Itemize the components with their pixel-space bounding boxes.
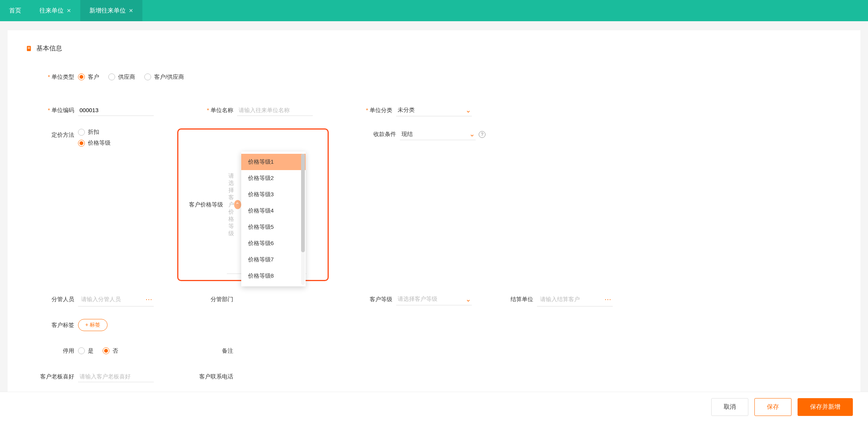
select-placeholder: 请选择客户等级 (398, 295, 465, 303)
label-responsible-dept: 分管部门 (185, 296, 237, 303)
price-level-dropdown: 价格等级1 价格等级2 价格等级3 价格等级4 价格等级5 价格等级6 价格等级… (241, 152, 306, 286)
label-payment-terms: 收款条件 (348, 131, 400, 138)
boss-preference-input[interactable] (78, 371, 154, 382)
radio-group-unit-type: 客户 供应商 客户/供应商 (78, 73, 184, 81)
chevron-up-icon: ⌃ (234, 200, 241, 209)
radio-discount[interactable]: 折扣 (78, 128, 99, 136)
dropdown-option[interactable]: 价格等级5 (241, 219, 306, 235)
label-pricing-method: 定价方法 (26, 128, 78, 139)
radio-group-pricing: 折扣 价格等级 (78, 128, 111, 147)
footer-bar: 取消 保存 保存并新增 (0, 392, 868, 422)
radio-no[interactable]: 否 (103, 347, 118, 355)
label-customer-level: 客户等级 (344, 296, 396, 303)
dropdown-option[interactable]: 价格等级7 (241, 252, 306, 268)
scrollbar[interactable] (301, 154, 305, 285)
chevron-down-icon: ⌄ (465, 106, 471, 114)
settlement-unit-input[interactable]: ⋯ (537, 292, 613, 306)
row-disabled: 停用 是 否 备注 (26, 343, 842, 358)
tab-label: 新增往来单位 (89, 7, 126, 15)
responsible-person-field[interactable] (80, 294, 144, 305)
select-value: 未分类 (398, 106, 465, 114)
radio-supplier[interactable]: 供应商 (108, 73, 135, 81)
highlighted-price-level: 客户价格等级 请选择客户价格等级 ⌃ 价格等级1 价格等级2 价格等级3 价格等… (177, 128, 329, 281)
unit-name-input[interactable] (237, 105, 313, 116)
tab-home[interactable]: 首页 (0, 0, 30, 21)
responsible-person-input[interactable]: ⋯ (78, 292, 154, 306)
dropdown-option[interactable]: 价格等级4 (241, 203, 306, 219)
unit-category-select[interactable]: 未分类 ⌄ (396, 105, 472, 116)
dropdown-option[interactable]: 价格等级1 (241, 154, 306, 170)
radio-group-disabled: 是 否 (78, 347, 118, 355)
settlement-unit-field[interactable] (539, 294, 603, 305)
radio-both[interactable]: 客户/供应商 (144, 73, 184, 81)
dropdown-option[interactable]: 价格等级3 (241, 186, 306, 203)
help-icon[interactable]: ? (479, 131, 486, 138)
save-button[interactable]: 保存 (754, 398, 792, 416)
add-tag-button[interactable]: + 标签 (78, 319, 108, 331)
row-pricing: 定价方法 折扣 价格等级 客户价格等级 请选择客户价格等级 ⌃ 价格等级1 价格… (26, 128, 842, 281)
close-icon[interactable]: ✕ (129, 8, 133, 14)
label-customer-tag: 客户标签 (26, 322, 78, 329)
dropdown-option[interactable]: 价格等级6 (241, 235, 306, 252)
tab-add-contact[interactable]: 新增往来单位 ✕ (80, 0, 142, 21)
radio-price-level[interactable]: 价格等级 (78, 139, 111, 147)
more-icon[interactable]: ⋯ (603, 295, 613, 303)
section-title: 基本信息 (36, 44, 62, 53)
more-icon[interactable]: ⋯ (144, 295, 154, 303)
svg-rect-1 (28, 47, 30, 48)
svg-rect-2 (28, 48, 30, 49)
label-unit-category: 单位分类 (344, 107, 396, 114)
select-value: 现结 (401, 131, 469, 138)
section-header: 基本信息 (26, 44, 842, 53)
row-boss-pref: 客户老板喜好 客户联系电话 (26, 369, 842, 384)
dropdown-option[interactable]: 价格等级2 (241, 170, 306, 186)
tab-contacts[interactable]: 往来单位 ✕ (30, 0, 80, 21)
price-level-select[interactable]: 请选择客户价格等级 ⌃ 价格等级1 价格等级2 价格等级3 价格等级4 价格等级… (227, 136, 306, 274)
label-customer-phone: 客户联系电话 (185, 373, 237, 380)
row-unit-type: 单位类型 客户 供应商 客户/供应商 (26, 69, 842, 84)
cancel-button[interactable]: 取消 (711, 398, 748, 416)
customer-level-select[interactable]: 请选择客户等级 ⌄ (396, 294, 472, 305)
payment-terms-select[interactable]: 现结 ⌄ (400, 128, 476, 140)
tab-label: 往来单位 (39, 7, 64, 15)
radio-yes[interactable]: 是 (78, 347, 94, 355)
label-remark: 备注 (185, 347, 237, 355)
tabs-bar: 首页 往来单位 ✕ 新增往来单位 ✕ (0, 0, 868, 21)
dropdown-option[interactable]: 价格等级8 (241, 268, 306, 284)
page-content: 基本信息 单位类型 客户 供应商 客户/供应商 单位编码 单位名称 单位分类 未… (8, 30, 860, 422)
label-disabled: 停用 (26, 347, 78, 355)
close-icon[interactable]: ✕ (67, 8, 71, 14)
tab-label: 首页 (9, 7, 21, 15)
row-customer-tag: 客户标签 + 标签 (26, 317, 842, 333)
label-boss-preference: 客户老板喜好 (26, 373, 78, 380)
form-icon (26, 45, 33, 52)
label-responsible-person: 分管人员 (26, 296, 78, 303)
select-placeholder: 请选择客户价格等级 (228, 172, 234, 237)
row-code-name-category: 单位编码 单位名称 单位分类 未分类 ⌄ (26, 103, 842, 118)
chevron-down-icon: ⌄ (469, 130, 475, 138)
save-and-new-button[interactable]: 保存并新增 (798, 398, 853, 416)
chevron-down-icon: ⌄ (465, 295, 471, 303)
label-unit-name: 单位名称 (185, 107, 237, 114)
unit-code-input[interactable] (78, 105, 154, 116)
row-responsible: 分管人员 ⋯ 分管部门 客户等级 请选择客户等级 ⌄ 结算单位 ⋯ (26, 292, 842, 307)
radio-customer[interactable]: 客户 (78, 73, 99, 81)
label-price-level: 客户价格等级 (185, 201, 227, 208)
label-unit-type: 单位类型 (26, 73, 78, 81)
label-unit-code: 单位编码 (26, 107, 78, 114)
label-settlement-unit: 结算单位 (503, 296, 537, 303)
